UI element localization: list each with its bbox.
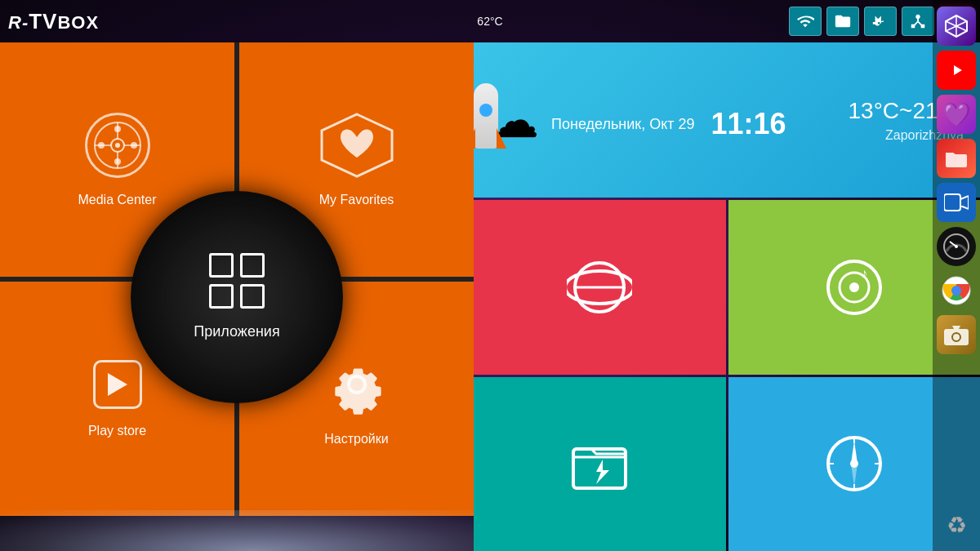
wifi-icon: [796, 12, 814, 30]
usb-icon-btn[interactable]: [864, 7, 897, 36]
ie-icon: [567, 255, 632, 320]
film-icon: [93, 121, 142, 170]
media-center-label: Media Center: [78, 193, 156, 207]
purple-app-icon: 💜: [942, 101, 971, 128]
apps-grid-square-1: [209, 253, 234, 278]
weather-time: 11:16: [711, 107, 786, 141]
sidebar-chrome-app[interactable]: [937, 271, 976, 310]
apps-grid-square-2: [240, 253, 265, 278]
svg-point-43: [951, 286, 961, 295]
play-store-label: Play store: [88, 424, 146, 438]
sidebar-youtube-app[interactable]: [937, 51, 976, 90]
right-panel: ☁ Понедельник, Окт 29 11:16 13°C~21°C Za…: [474, 42, 980, 551]
cube-icon: [944, 14, 969, 38]
apps-grid-square-3: [209, 284, 234, 309]
svg-point-18: [849, 282, 859, 292]
temperature-display: 62°C: [477, 15, 502, 28]
wifi-icon-btn[interactable]: [789, 7, 822, 36]
svg-point-2: [115, 143, 120, 148]
svg-marker-37: [960, 196, 969, 209]
weather-date-time: Понедельник, Окт 29 11:16: [551, 107, 786, 141]
folder-lightning-icon: [567, 431, 632, 496]
settings-gear-icon: [324, 352, 390, 417]
camera-icon: [944, 324, 969, 345]
media-center-icon: [85, 113, 150, 178]
app-logo: R-TVBOX: [8, 9, 99, 34]
top-bar: R-TVBOX 62°C: [0, 0, 980, 42]
svg-rect-44: [944, 329, 969, 345]
svg-marker-21: [596, 460, 609, 484]
folder-icon-btn[interactable]: [826, 7, 859, 36]
weather-tile[interactable]: ☁ Понедельник, Окт 29 11:16 13°C~21°C Za…: [474, 42, 980, 198]
sidebar-purple-app[interactable]: 💜: [937, 95, 976, 134]
rocket-fin-left: [466, 128, 475, 149]
right-sidebar: 💜: [933, 0, 980, 551]
favorites-hex-icon: [320, 113, 394, 178]
disc-icon: ♪: [822, 255, 887, 320]
svg-point-10: [131, 142, 137, 149]
my-favorites-icon-wrapper: [320, 113, 394, 178]
svg-point-40: [955, 245, 958, 248]
main-layout: Media Center My Favorites: [0, 42, 980, 551]
apps-center-label: Приложения: [194, 323, 279, 340]
apps-grid-square-4: [240, 284, 265, 309]
sidebar-camera-app[interactable]: [937, 315, 976, 354]
rocket-decoration: [466, 83, 506, 149]
network-icon: [909, 12, 927, 30]
sidebar-speedtest-app[interactable]: [937, 227, 976, 266]
rocket-fin-right: [497, 128, 506, 149]
rocket-body: [474, 83, 498, 149]
folder-icon: [834, 12, 852, 30]
svg-text:♪: ♪: [861, 266, 867, 280]
usb-icon: [871, 12, 889, 30]
gear-svg-icon: [324, 352, 390, 417]
speedometer-icon: [943, 233, 969, 260]
svg-point-8: [114, 158, 121, 165]
svg-marker-12: [108, 373, 127, 396]
weather-info-left: ☁ Понедельник, Окт 29 11:16: [490, 91, 786, 149]
sidebar-red-folder-app[interactable]: [937, 139, 976, 178]
red-folder-icon: [944, 148, 969, 169]
files-tile[interactable]: [474, 377, 726, 552]
sidebar-video-app[interactable]: [937, 183, 976, 222]
my-favorites-label: My Favorites: [319, 193, 394, 207]
compass-icon: [822, 431, 887, 496]
sidebar-cube-app[interactable]: [937, 7, 976, 46]
sidebar-recycle-app[interactable]: ♻: [937, 505, 976, 544]
left-panel: Media Center My Favorites: [0, 42, 474, 551]
play-store-icon: [93, 360, 142, 409]
svg-rect-36: [944, 194, 960, 211]
apps-grid-icon: [209, 253, 265, 309]
app-tiles-grid: ♪: [474, 200, 980, 551]
svg-marker-25: [851, 464, 858, 487]
recycle-icon: ♻: [947, 512, 967, 539]
youtube-icon: [944, 61, 969, 79]
svg-marker-24: [851, 441, 858, 464]
svg-point-7: [114, 126, 121, 132]
svg-point-9: [98, 142, 105, 149]
chrome-icon: [942, 276, 971, 305]
snow-effect: [0, 510, 506, 551]
weather-date: Понедельник, Окт 29: [551, 116, 695, 133]
apps-center-circle[interactable]: Приложения: [131, 191, 343, 403]
ie-tile[interactable]: [474, 200, 726, 375]
network-icon-btn[interactable]: [902, 7, 934, 36]
settings-label: Настройки: [324, 432, 388, 447]
rocket-window: [479, 104, 492, 117]
play-triangle-icon: [103, 370, 132, 399]
video-icon: [944, 193, 969, 212]
